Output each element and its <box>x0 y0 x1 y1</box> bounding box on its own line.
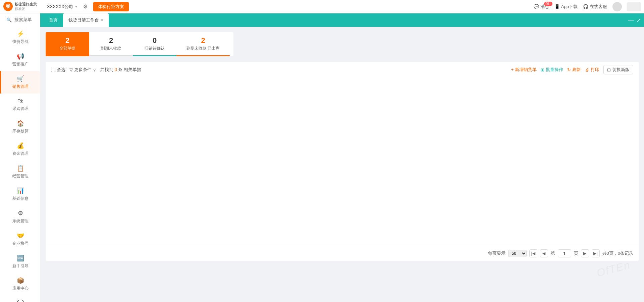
gear-icon: ⚙ <box>83 3 88 10</box>
sidebar-item-collab[interactable]: 🤝 企业协同 <box>0 228 40 250</box>
sidebar-item-label: 营销推广 <box>12 61 29 67</box>
switch-icon: ⊡ <box>607 67 611 72</box>
first-page-button[interactable]: |◀ <box>529 249 537 257</box>
sidebar-item-label: 应用中心 <box>12 286 29 291</box>
stat-label-pending: 旺铺待确认 <box>143 46 166 51</box>
watermark: OfTEn <box>595 258 632 279</box>
filter-button[interactable]: ▽ 更多条件 ∨ <box>69 67 96 73</box>
stat-card-overdue-shipped[interactable]: 2 到期未收款 已出库 <box>176 32 230 56</box>
tab-workbench-label: 钱货日清工作台 <box>68 17 99 23</box>
sidebar-item-label: 企业协同 <box>12 241 29 246</box>
per-page-select[interactable]: 20 50 100 <box>508 250 527 257</box>
new-order-button[interactable]: + 新增销货单 <box>511 67 537 73</box>
avatar[interactable] <box>612 2 622 11</box>
print-label: 打印 <box>591 67 599 73</box>
sidebar-item-wechat[interactable]: 💬 企业微信 <box>0 295 40 302</box>
app-download-label: App下载 <box>561 4 578 10</box>
sidebar-item-sales[interactable]: 🛒 销售管理 <box>0 71 40 94</box>
stat-card-pending[interactable]: 0 旺铺待确认 <box>133 32 176 56</box>
content-panel: 全选 ▽ 更多条件 ∨ 共找到 0 条 相关单据 + 新增销货单 ⊞ 批量操作 <box>46 62 639 261</box>
logo-title: 畅捷通好生意 <box>15 2 37 6</box>
batch-label: 批量操作 <box>546 67 563 73</box>
company-selector[interactable]: XXXXXX公司 ▼ <box>47 4 78 10</box>
basic-info-icon: 📊 <box>17 187 24 194</box>
tab-bar-actions: — ⤢ <box>628 17 641 23</box>
sidebar-item-operations[interactable]: 📋 经营管理 <box>0 161 40 183</box>
prev-page-button[interactable]: ◀ <box>540 249 548 257</box>
company-name: XXXXXX公司 <box>47 4 73 10</box>
sidebar-item-finance[interactable]: 💰 资金管理 <box>0 138 40 161</box>
sidebar-item-label: 基础信息 <box>12 196 29 201</box>
service-icon: 🎧 <box>583 4 588 9</box>
online-service-button[interactable]: 🎧 在线客服 <box>583 4 607 10</box>
stat-label-all: 全部单据 <box>56 46 79 51</box>
found-suffix: 条 相关单据 <box>118 67 141 72</box>
tab-workbench[interactable]: 钱货日清工作台 × <box>63 13 109 27</box>
switch-version-button[interactable]: ⊡ 切换新版 <box>603 65 633 74</box>
purchase-icon: 🛍 <box>17 98 23 105</box>
toolbar: 全选 ▽ 更多条件 ∨ 共找到 0 条 相关单据 + 新增销货单 ⊞ 批量操作 <box>46 62 639 78</box>
stat-number-all: 2 <box>56 36 79 45</box>
sidebar-item-label: 新手引导 <box>12 263 29 269</box>
sidebar: 🔍 搜索菜单 ⚡ 快捷导航 📢 营销推广 🛒 销售管理 🛍 采购管理 🏠 库存核… <box>0 13 40 302</box>
stat-number-overdue-shipped: 2 <box>186 36 220 45</box>
next-page-button[interactable]: ▶ <box>581 249 589 257</box>
total-info: 共0页，0条记录 <box>602 250 633 256</box>
sidebar-item-label: 销售管理 <box>12 84 29 89</box>
download-icon: 📱 <box>554 4 560 9</box>
sidebar-search[interactable]: 🔍 搜索菜单 <box>0 13 40 26</box>
company-dropdown-arrow: ▼ <box>74 5 78 8</box>
batch-icon: ⊞ <box>541 67 544 72</box>
batch-operation-button[interactable]: ⊞ 批量操作 <box>541 67 563 73</box>
trial-button[interactable]: 体验行业方案 <box>93 2 129 11</box>
found-info: 共找到 0 条 相关单据 <box>100 67 141 73</box>
last-page-button[interactable]: ▶| <box>592 249 600 257</box>
stat-card-overdue[interactable]: 2 到期未收款 <box>89 32 133 56</box>
sidebar-item-basic-info[interactable]: 📊 基础信息 <box>0 183 40 205</box>
online-service-label: 在线客服 <box>590 4 607 10</box>
found-prefix: 共找到 <box>100 67 113 72</box>
user-info[interactable] <box>627 2 641 11</box>
sidebar-search-label: 搜索菜单 <box>14 17 32 23</box>
inventory-icon: 🏠 <box>17 120 24 127</box>
quick-nav-icon: ⚡ <box>17 30 24 38</box>
tab-minimize-button[interactable]: — <box>628 17 634 23</box>
select-all-input[interactable] <box>51 68 55 72</box>
select-all-label: 全选 <box>57 67 65 73</box>
logo: 畅 畅捷通好生意 标准版 <box>3 2 44 11</box>
sidebar-item-inventory[interactable]: 🏠 库存核算 <box>0 116 40 138</box>
found-count: 0 <box>115 67 117 72</box>
filter-label: 更多条件 <box>74 67 92 73</box>
tab-expand-button[interactable]: ⤢ <box>636 17 641 23</box>
messages-button[interactable]: 💬 消息 99+ <box>534 4 549 10</box>
select-all-checkbox[interactable]: 全选 <box>51 67 65 73</box>
app-center-icon: 📦 <box>17 277 24 284</box>
settings-button[interactable]: ⚙ <box>80 2 90 11</box>
header-right: 💬 消息 99+ 📱 App下载 🎧 在线客服 <box>534 2 641 11</box>
refresh-icon: ↻ <box>567 67 571 72</box>
header: 畅 畅捷通好生意 标准版 XXXXXX公司 ▼ ⚙ 体验行业方案 💬 消息 99… <box>0 0 644 13</box>
sidebar-item-marketing[interactable]: 📢 营销推广 <box>0 49 40 71</box>
sidebar-item-system[interactable]: ⚙ 系统管理 <box>0 205 40 228</box>
operations-icon: 📋 <box>17 165 24 172</box>
print-button[interactable]: 🖨 打印 <box>585 67 599 73</box>
sidebar-item-purchase[interactable]: 🛍 采购管理 <box>0 94 40 116</box>
app-download-button[interactable]: 📱 App下载 <box>554 4 578 10</box>
refresh-button[interactable]: ↻ 刷新 <box>567 67 581 73</box>
page-input[interactable] <box>558 249 571 257</box>
stat-card-all[interactable]: 2 全部单据 <box>46 32 89 56</box>
stat-label-overdue-shipped: 到期未收款 已出库 <box>186 46 220 51</box>
sidebar-item-label: 系统管理 <box>12 218 29 224</box>
tab-home-label: 首页 <box>49 17 58 23</box>
tab-home[interactable]: 首页 <box>44 13 63 27</box>
per-page-label: 每页显示 <box>488 250 505 256</box>
sidebar-item-quick-nav[interactable]: ⚡ 快捷导航 <box>0 26 40 49</box>
logo-icon: 畅 <box>3 2 13 11</box>
search-icon: 🔍 <box>6 17 12 22</box>
sidebar-item-label: 采购管理 <box>12 106 29 112</box>
logo-subtitle: 标准版 <box>15 7 37 11</box>
sidebar-item-app-center[interactable]: 📦 应用中心 <box>0 273 40 295</box>
tab-close-icon[interactable]: × <box>101 18 103 22</box>
sidebar-item-guide[interactable]: 🆕 新手引导 <box>0 250 40 273</box>
pagination: 每页显示 20 50 100 |◀ ◀ 第 页 ▶ ▶| 共0页，0条记录 <box>46 246 639 261</box>
